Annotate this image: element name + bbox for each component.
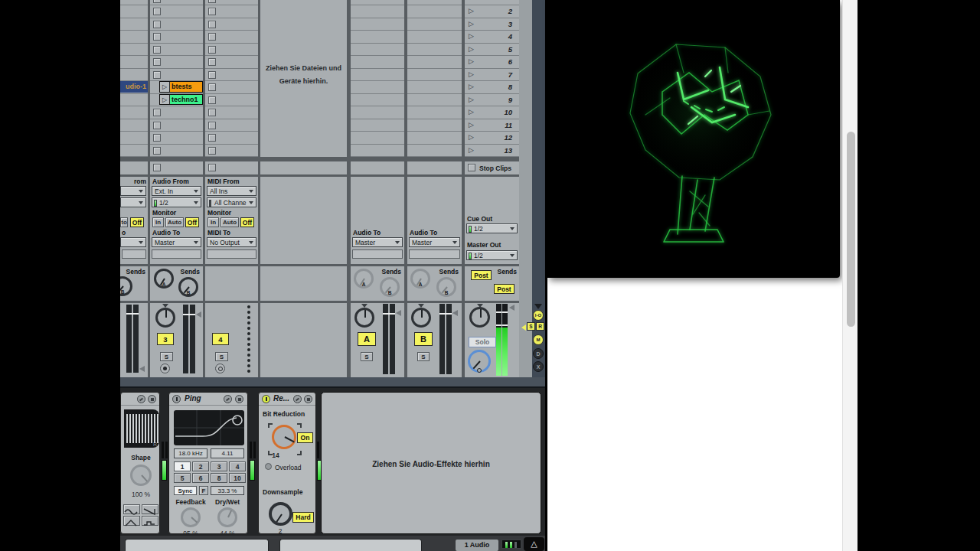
monitor-auto-button[interactable]: Auto (165, 217, 184, 227)
save-preset-icon[interactable] (148, 395, 156, 403)
input-channel-dropdown[interactable]: All Channe (207, 197, 256, 207)
input-channel-dropdown[interactable]: 1/2 (152, 197, 201, 207)
clip-stop-button[interactable] (153, 0, 161, 3)
video-player[interactable] (547, 0, 840, 278)
delay-offset-value[interactable]: 33.3 % (211, 486, 244, 495)
sync-button[interactable]: Sync (174, 486, 197, 495)
clip-stop-button[interactable] (208, 83, 216, 91)
clip-stop-button[interactable] (208, 164, 216, 171)
collapse-arrow-icon[interactable] (534, 304, 542, 309)
scene-row[interactable]: ▷10 (465, 106, 519, 119)
show-delay-toggle[interactable]: D (533, 348, 544, 359)
device-activator-icon[interactable] (172, 395, 181, 403)
clip-slot[interactable] (407, 5, 462, 18)
fader-handle-icon[interactable] (196, 311, 201, 318)
clip-slot[interactable] (150, 106, 203, 119)
clip-slot[interactable] (150, 0, 203, 5)
clip-stop-button[interactable] (208, 58, 216, 66)
scene-row[interactable]: ▷9 (465, 94, 519, 107)
clip-stop-button[interactable] (153, 46, 161, 54)
view-divider[interactable] (120, 377, 545, 388)
track-activator[interactable]: A (358, 332, 376, 346)
track-name-chip[interactable]: 1 Audio (456, 540, 498, 551)
master-solo-button[interactable]: Solo (469, 337, 496, 347)
hot-swap-icon[interactable] (293, 395, 302, 403)
scene-row[interactable]: ▷11 (465, 119, 519, 132)
clip-stop-button[interactable] (208, 109, 216, 116)
lfo-triangle-button[interactable] (123, 516, 140, 526)
clip-slot[interactable] (205, 0, 258, 5)
device-title-bar[interactable]: Ping (169, 393, 247, 406)
clip-stop-button[interactable] (153, 164, 161, 171)
scene-row[interactable] (465, 0, 519, 5)
clip-slot[interactable] (205, 106, 258, 119)
fader-grip[interactable] (383, 313, 395, 315)
scene-row[interactable]: ▷3 (465, 18, 519, 31)
shape-value[interactable]: 100 % (121, 491, 160, 498)
scene-launch-icon[interactable]: ▷ (469, 32, 474, 40)
clip-slot[interactable] (351, 69, 404, 82)
clip-stop-button[interactable] (208, 8, 216, 15)
clip-slot[interactable] (205, 44, 258, 57)
clip-slot[interactable] (150, 69, 203, 82)
clip-slot[interactable] (351, 18, 404, 31)
scene-launch-icon[interactable]: ▷ (469, 121, 474, 129)
input-channel-dropdown[interactable] (120, 197, 146, 207)
scrollbar[interactable] (842, 0, 858, 551)
device-drop-area[interactable]: Ziehen Sie Audio-Effekte hierhin (321, 392, 541, 534)
clip-slot[interactable] (351, 145, 404, 158)
track-activator[interactable]: 4 (212, 333, 229, 345)
clip-stop-button[interactable] (153, 8, 161, 15)
feedback-value[interactable]: 95 % (174, 530, 207, 534)
track-activator[interactable]: 3 (157, 333, 174, 345)
clip-stop-button[interactable] (208, 71, 216, 79)
hot-swap-icon[interactable] (137, 395, 145, 403)
scene-row[interactable]: ▷2 (465, 5, 519, 18)
clip-slot[interactable] (205, 119, 258, 132)
session-drop-area[interactable]: Ziehen Sie Dateien und Geräte hierhin. (260, 0, 347, 157)
clip-slot[interactable] (120, 31, 148, 44)
fader-handle-icon[interactable] (509, 305, 514, 311)
monitor-auto-button[interactable]: to (120, 217, 128, 227)
clip-slot[interactable] (407, 18, 462, 31)
clip-stop-button[interactable] (208, 96, 216, 104)
freeze-button[interactable]: F (199, 486, 208, 495)
clip-slot[interactable] (351, 5, 404, 18)
session-clip[interactable]: ▷btests (159, 81, 203, 93)
monitor-off-button[interactable]: Off (240, 217, 254, 227)
clip-slot[interactable] (150, 31, 203, 44)
monitor-auto-button[interactable]: Auto (220, 217, 239, 227)
cue-out-dropdown[interactable]: 1/2 (466, 223, 518, 233)
master-out-dropdown[interactable]: 1/2 (466, 250, 518, 260)
scene-launch-icon[interactable]: ▷ (469, 133, 474, 141)
scene-launch-icon[interactable]: ▷ (469, 57, 474, 65)
stop-all-clips-button[interactable] (468, 164, 475, 171)
send-b-knob[interactable]: B (178, 277, 198, 297)
bit-reduction-value[interactable]: 14 (268, 452, 283, 459)
scene-launch-icon[interactable]: ▷ (469, 7, 474, 15)
device-title-bar[interactable]: Re... (259, 393, 315, 406)
clip-slot[interactable] (351, 0, 404, 5)
scene-row[interactable]: ▷5 (465, 44, 519, 57)
clip-stop-button[interactable] (153, 134, 161, 142)
expand-arrow-icon[interactable] (521, 324, 526, 331)
delay-beat-button[interactable]: 2 (192, 461, 209, 471)
clip-slot[interactable] (351, 31, 404, 44)
send-b-knob[interactable]: B (380, 277, 400, 297)
scene-launch-icon[interactable]: ▷ (469, 96, 474, 103)
downsample-value[interactable]: 2 (273, 527, 288, 534)
send-a-knob[interactable]: A (410, 269, 430, 289)
clip-slot[interactable] (407, 44, 462, 57)
clip-slot[interactable] (407, 56, 462, 69)
device-title-bar[interactable] (121, 393, 159, 406)
clip-slot[interactable] (205, 69, 258, 82)
clip-slot[interactable] (351, 56, 404, 69)
clip-stop-button[interactable] (153, 147, 161, 155)
hot-swap-icon[interactable] (224, 395, 232, 403)
clip-launch-icon[interactable]: ▷ (160, 95, 170, 105)
clip-slot[interactable] (205, 18, 258, 31)
clip-slot[interactable] (407, 119, 462, 132)
clip-slot[interactable] (120, 132, 148, 145)
downsample-knob[interactable] (269, 502, 292, 526)
input-type-dropdown[interactable]: All Ins (207, 186, 256, 196)
